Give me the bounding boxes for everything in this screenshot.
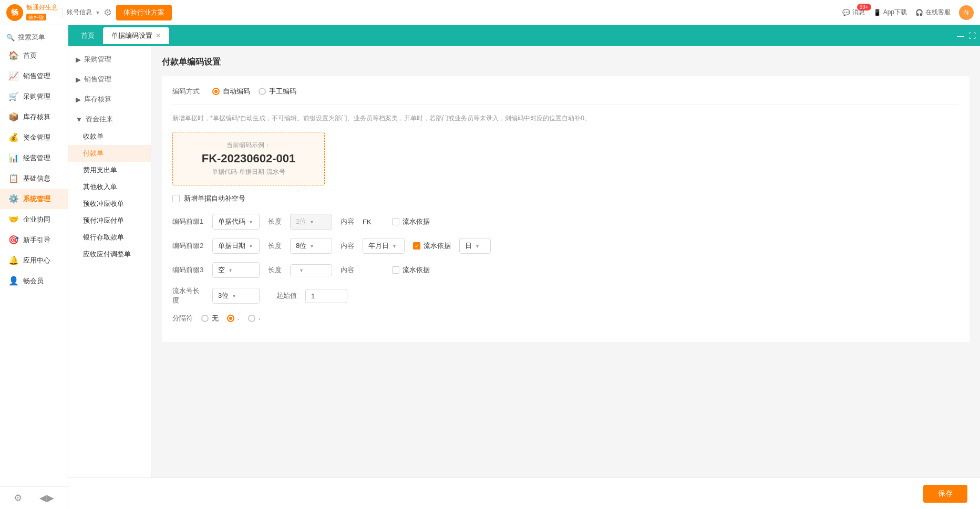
separator-label: 分隔符 [172, 314, 193, 323]
second-sidebar-advance-ap[interactable]: 预付冲应付单 [68, 212, 151, 229]
start-value-label: 起始值 [276, 291, 297, 300]
auto-radio-dot [212, 88, 220, 95]
tab-encoding-settings[interactable]: 单据编码设置 ✕ [103, 27, 169, 44]
prefix1-length-select[interactable]: 2位 ▾ [290, 214, 332, 230]
settings-bottom-icon[interactable]: ⚙ [14, 492, 22, 504]
chevron-right-icon2: ▶ [76, 76, 81, 84]
system-icon: ⚙️ [8, 194, 19, 204]
prefix1-stream-row: 流水依据 [392, 217, 430, 226]
second-sidebar-advance-ar[interactable]: 预收冲应收单 [68, 195, 151, 212]
member-icon: 👤 [8, 276, 19, 286]
code-preview-label: 当前编码示例： [185, 141, 312, 150]
save-button[interactable]: 保存 [923, 485, 967, 503]
main-layout: 🔍 搜索菜单 🏠 首页 📈 销售管理 🛒 采购管理 📦 库存核算 💰 资金管理 … [0, 25, 980, 509]
sidebar-search[interactable]: 🔍 搜索菜单 [0, 29, 68, 45]
bottom-bar: 保存 [68, 477, 980, 509]
headset-icon: 🎧 [915, 9, 923, 16]
sidebar-item-guide[interactable]: 🎯 新手引导 [0, 230, 68, 250]
message-icon: 💬 [842, 9, 850, 16]
message-badge: 99+ [857, 4, 871, 11]
encoding-method-row: 编码方式 自动编码 手工编码 [172, 87, 959, 105]
logo: 畅 畅通好生意 插件版 [6, 4, 58, 22]
second-sidebar-other-income[interactable]: 其他收入单 [68, 179, 151, 195]
prefix3-stream-checkbox[interactable] [392, 266, 399, 274]
sidebar-item-enterprise[interactable]: 🤝 企业协同 [0, 209, 68, 230]
logo-text-block: 畅通好生意 插件版 [26, 4, 58, 22]
prefix2-arrow-icon: ▾ [250, 243, 252, 249]
prefix3-length-label: 长度 [268, 265, 282, 275]
sidebar-item-basic[interactable]: 📋 基础信息 [0, 168, 68, 189]
tab-close-icon[interactable]: ✕ [156, 32, 161, 39]
prefix1-arrow-icon: ▾ [250, 219, 252, 225]
group-purchase-title[interactable]: ▶ 采购管理 [68, 50, 151, 68]
second-sidebar-receipts[interactable]: 收款单 [68, 128, 151, 145]
sidebar-item-sales[interactable]: 📈 销售管理 [0, 66, 68, 86]
topbar-arrows[interactable]: ▾ [96, 9, 99, 16]
prefix2-length-select[interactable]: 8位 ▾ [290, 238, 332, 254]
second-sidebar-adjust[interactable]: 应收应付调整单 [68, 246, 151, 263]
prefix2-length-label: 长度 [268, 241, 282, 251]
auto-fill-checkbox[interactable] [172, 195, 180, 202]
prefix2-content-select[interactable]: 年月日 ▾ [363, 238, 405, 254]
sidebar-item-purchase[interactable]: 🛒 采购管理 [0, 86, 68, 107]
serial-arrow-icon: ▾ [233, 293, 235, 299]
collapse-icon[interactable]: ◀▶ [39, 492, 54, 504]
separator-radio-group: 无 · · [201, 314, 260, 323]
sep-dot2-option[interactable]: · [248, 315, 261, 323]
code-preview-sub: 单据代码-单据日期-流水号 [185, 168, 312, 176]
prefix2-row: 编码前缀2 单据日期 ▾ 长度 8位 ▾ 内容 年月日 [172, 238, 959, 254]
service-btn[interactable]: 🎧 在线客服 [915, 8, 951, 17]
settings-icon[interactable]: ⚙ [104, 7, 112, 18]
main-panel: 付款单编码设置 编码方式 自动编码 手工编码 [151, 46, 980, 477]
topbar-account[interactable]: 账号信息 [67, 8, 92, 17]
group-stock-title[interactable]: ▶ 库存核算 [68, 90, 151, 108]
sidebar-item-app[interactable]: 🔔 应用中心 [0, 250, 68, 271]
prefix2-stream-checkbox[interactable]: ✓ [413, 242, 420, 250]
group-stock: ▶ 库存核算 [68, 90, 151, 108]
user-avatar[interactable]: N [959, 5, 974, 20]
prefix2-label: 编码前缀2 [172, 241, 204, 251]
sidebar-item-home[interactable]: 🏠 首页 [0, 45, 68, 66]
minimize-icon[interactable]: — [957, 32, 964, 40]
prefix1-stream-checkbox[interactable] [392, 218, 399, 225]
trial-btn[interactable]: 体验行业方案 [116, 5, 172, 20]
sidebar-item-inventory[interactable]: 📦 库存核算 [0, 107, 68, 127]
sidebar-item-member[interactable]: 👤 畅会员 [0, 271, 68, 291]
sidebar: 🔍 搜索菜单 🏠 首页 📈 销售管理 🛒 采购管理 📦 库存核算 💰 资金管理 … [0, 25, 68, 509]
app-icon: 🔔 [8, 255, 19, 265]
prefix1-select[interactable]: 单据代码 ▾ [212, 214, 260, 230]
sidebar-item-finance[interactable]: 💰 资金管理 [0, 127, 68, 148]
desc-text: 新增单据时，*单据编码*自动生成，不可编辑。前缀设置为部门、业务员等档案类，开单… [172, 113, 959, 123]
tab-home[interactable]: 首页 [73, 27, 103, 44]
manual-encoding-option[interactable]: 手工编码 [259, 87, 296, 96]
prefix1-row: 编码前缀1 单据代码 ▾ 长度 2位 ▾ 内容 FK [172, 214, 959, 230]
guide-icon: 🎯 [8, 235, 19, 245]
basic-icon: 📋 [8, 173, 19, 183]
prefix3-length-arrow-icon: ▾ [300, 267, 303, 273]
serial-length-select[interactable]: 3位 ▾ [212, 288, 260, 304]
prefix2-stream-unit-select[interactable]: 日 ▾ [459, 238, 491, 254]
second-sidebar-expenses[interactable]: 费用支出单 [68, 162, 151, 179]
code-preview-box: 当前编码示例： FK-20230602-001 单据代码-单据日期-流水号 [172, 132, 325, 185]
sidebar-item-operation[interactable]: 📊 经营管理 [0, 148, 68, 168]
encoding-method-label: 编码方式 [172, 87, 200, 96]
sep-none-option[interactable]: 无 [201, 314, 219, 323]
sep-none-radio-dot [201, 315, 209, 322]
message-btn[interactable]: 💬 消息 99+ [842, 8, 865, 17]
prefix3-select[interactable]: 空 ▾ [212, 262, 260, 278]
chevron-right-icon3: ▶ [76, 96, 81, 103]
download-btn[interactable]: 📱 App下载 [873, 8, 907, 17]
second-sidebar-bank[interactable]: 银行存取款单 [68, 229, 151, 246]
sales-icon: 📈 [8, 71, 19, 81]
prefix3-length-select[interactable]: ▾ [290, 264, 332, 276]
group-purchase: ▶ 采购管理 [68, 50, 151, 68]
group-fund-title[interactable]: ▼ 资金往来 [68, 110, 151, 128]
auto-encoding-option[interactable]: 自动编码 [212, 87, 250, 96]
prefix2-select[interactable]: 单据日期 ▾ [212, 238, 260, 254]
maximize-icon[interactable]: ⛶ [968, 32, 976, 40]
group-sales-title[interactable]: ▶ 销售管理 [68, 70, 151, 88]
sep-dot-option[interactable]: · [227, 315, 240, 323]
second-sidebar-payments[interactable]: 付款单 [68, 145, 151, 162]
start-value-input[interactable] [305, 289, 347, 303]
sidebar-item-system[interactable]: ⚙️ 系统管理 [0, 189, 68, 209]
